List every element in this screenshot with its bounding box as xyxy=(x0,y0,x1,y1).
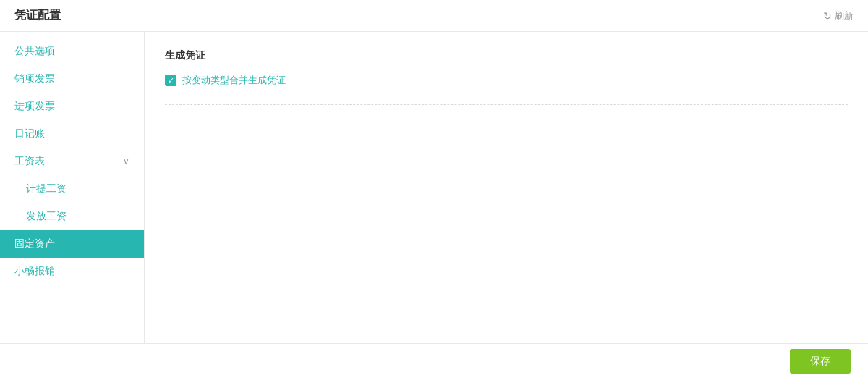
section-title: 生成凭证 xyxy=(165,49,848,62)
sidebar-item-label: 日记账 xyxy=(14,127,45,140)
chevron-down-icon: ∨ xyxy=(123,156,129,167)
body: 公共选项销项发票进项发票日记账工资表∨计提工资发放工资固定资产小畅报销 生成凭证… xyxy=(0,32,868,343)
sidebar-item-payroll[interactable]: 工资表∨ xyxy=(0,148,144,175)
sidebar-item-accrual[interactable]: 计提工资 xyxy=(0,175,144,203)
sidebar-item-label: 公共选项 xyxy=(14,45,55,58)
save-button[interactable]: 保存 xyxy=(790,349,851,374)
sidebar-item-expense[interactable]: 小畅报销 xyxy=(0,258,144,285)
merge-checkbox-row: ✓ 按变动类型合并生成凭证 xyxy=(165,74,848,87)
sidebar-item-purchase_invoice[interactable]: 进项发票 xyxy=(0,93,144,120)
main-content: 生成凭证 ✓ 按变动类型合并生成凭证 xyxy=(145,32,868,343)
merge-checkbox[interactable]: ✓ xyxy=(165,75,176,86)
sidebar-item-fixed_assets[interactable]: 固定资产 xyxy=(0,230,144,258)
sidebar-item-label: 销项发票 xyxy=(14,72,55,85)
merge-checkbox-label: 按变动类型合并生成凭证 xyxy=(182,74,286,87)
sidebar-item-sales_invoice[interactable]: 销项发票 xyxy=(0,65,144,93)
sidebar-item-payroll_dist[interactable]: 发放工资 xyxy=(0,203,144,230)
refresh-icon: ↻ xyxy=(823,10,832,22)
sidebar-item-public[interactable]: 公共选项 xyxy=(0,38,144,65)
refresh-label: 刷新 xyxy=(835,9,854,22)
refresh-button[interactable]: ↻ 刷新 xyxy=(823,9,854,22)
sidebar-item-label: 发放工资 xyxy=(26,210,67,223)
sidebar-item-label: 固定资产 xyxy=(14,238,55,251)
footer: 保存 xyxy=(0,343,868,378)
sidebar-item-label: 计提工资 xyxy=(26,182,67,196)
page-title: 凭证配置 xyxy=(14,8,61,23)
sidebar: 公共选项销项发票进项发票日记账工资表∨计提工资发放工资固定资产小畅报销 xyxy=(0,32,145,343)
page-wrapper: 凭证配置 ↻ 刷新 公共选项销项发票进项发票日记账工资表∨计提工资发放工资固定资… xyxy=(0,0,868,378)
sidebar-item-label: 工资表 xyxy=(14,155,45,168)
header: 凭证配置 ↻ 刷新 xyxy=(0,0,868,32)
checkmark-icon: ✓ xyxy=(168,77,174,85)
sidebar-item-label: 进项发票 xyxy=(14,100,55,113)
sidebar-item-journal[interactable]: 日记账 xyxy=(0,120,144,148)
sidebar-item-label: 小畅报销 xyxy=(14,265,55,278)
divider xyxy=(165,104,848,105)
